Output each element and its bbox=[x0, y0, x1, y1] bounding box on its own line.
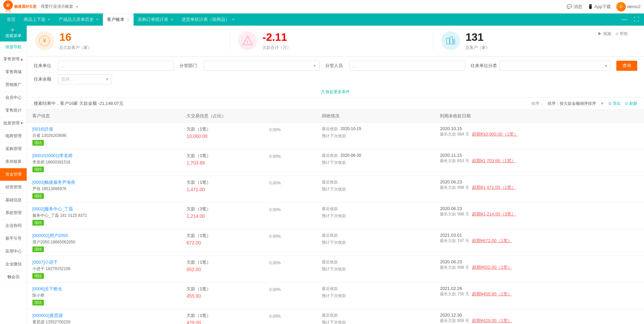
filter-row-2: 往来余额 选择... ▼ bbox=[34, 74, 637, 84]
recent-pay-label: 最近收款 bbox=[322, 260, 338, 264]
balance-placeholder: 选择... bbox=[61, 76, 74, 82]
collapse-row[interactable]: ⋀ 收起更多条件 bbox=[34, 88, 637, 97]
overdue-link[interactable]: 超期¥429.00（1笔） bbox=[472, 318, 512, 323]
owe-count: 欠款（1笔） bbox=[187, 126, 258, 132]
due-date-cell: 2021.02.26 最长欠款 750 天 超期¥455.90（1笔） bbox=[435, 283, 644, 309]
tab-product-in-history[interactable]: 产成品入库单历史 ✕ bbox=[55, 13, 103, 26]
customer-name[interactable]: [000001]黄思源 bbox=[32, 313, 176, 319]
overdue-link[interactable]: 超期¥455.90（1笔） bbox=[472, 291, 512, 296]
balance-select[interactable]: 选择... ▼ bbox=[58, 74, 112, 84]
manager-dots: ... bbox=[353, 63, 356, 68]
sidebar-item-marketing[interactable]: 营销推广 bbox=[0, 79, 27, 91]
tab-customer-account[interactable]: 客户账本 ✕ bbox=[103, 13, 134, 26]
unit-category-select[interactable]: ▼ bbox=[500, 61, 611, 71]
tab-more-btn[interactable]: — bbox=[620, 16, 629, 23]
tab-close-icon[interactable]: ✕ bbox=[48, 18, 51, 22]
sort-selector[interactable]: 排序：按欠款金额倒序排序 bbox=[548, 101, 596, 107]
recent-pay-date: 2020-06-30 bbox=[340, 153, 361, 158]
owe-percent-cell: 0.00% bbox=[264, 309, 316, 324]
sidebar-item-member[interactable]: 会员中心 bbox=[0, 91, 27, 104]
owe-info-cell: 欠款（1笔） 10,000.00 bbox=[181, 123, 264, 149]
col-due-date: 到期未收款日期 bbox=[435, 110, 644, 123]
customer-phone: 黄思源 13552700226 bbox=[32, 319, 176, 324]
svg-rect-7 bbox=[450, 37, 453, 44]
tab-home[interactable]: 首页 bbox=[3, 13, 20, 26]
message-icon: 💬 bbox=[567, 4, 572, 9]
overdue-days: 最长欠款 808 天 bbox=[440, 318, 469, 323]
overdue-link[interactable]: 超期¥652.00（1笔） bbox=[472, 265, 512, 270]
customer-name[interactable]: [0016]吕俊 bbox=[32, 126, 176, 132]
sidebar-item-ecommerce[interactable]: 电商管理 bbox=[0, 130, 27, 143]
refresh-btn[interactable]: ⊙ 刷新 bbox=[625, 101, 637, 107]
table-row: [0002]服务中心_丁磊 服务中心_丁磊 181 0125 8371 现结 欠… bbox=[27, 203, 644, 229]
dept-select[interactable]: ▼ bbox=[204, 61, 320, 71]
search-button[interactable]: 查询 bbox=[616, 61, 637, 71]
customer-name[interactable]: [0003]畅捷服务尹海燕 bbox=[32, 179, 176, 185]
tab-fullscreen-btn[interactable]: ⛶ bbox=[632, 16, 641, 23]
overdue-link[interactable]: 超期¥10,000.00（1笔） bbox=[472, 131, 518, 137]
overdue-link[interactable]: 超期¥672.00（1笔） bbox=[472, 238, 512, 243]
table-row: [0001020001]李老师 李老师 18600391516 现结 欠款（1笔… bbox=[27, 149, 644, 176]
customer-name[interactable]: [0001020001]李老师 bbox=[32, 153, 176, 159]
tab-close-icon[interactable]: ✕ bbox=[96, 18, 99, 22]
sidebar-item-retail-stats[interactable]: 零售统计 bbox=[0, 104, 27, 117]
help-icon: ⊙ bbox=[615, 31, 619, 36]
message-btn[interactable]: 💬 消息 bbox=[567, 4, 582, 10]
filter-dept: 分管部门 ▼ bbox=[179, 61, 320, 71]
recent-pay-label: 最近收款 bbox=[322, 313, 338, 318]
tab-close-icon[interactable]: ✕ bbox=[232, 18, 235, 22]
sidebar-item-inventory[interactable]: 库存核算 bbox=[0, 155, 27, 168]
recent-pay-label: 最近收款 bbox=[322, 233, 338, 238]
tab-close-icon[interactable]: ✕ bbox=[170, 18, 173, 22]
export-icon: ⊙ bbox=[608, 101, 612, 106]
sidebar-item-system[interactable]: 系统管理 bbox=[0, 207, 27, 219]
customer-name[interactable]: [0002]服务中心_丁磊 bbox=[32, 206, 176, 212]
sidebar-item-enterprise[interactable]: 企业协同 bbox=[0, 219, 27, 232]
video-btn[interactable]: ▶ 视频 bbox=[598, 31, 611, 37]
overdue-link[interactable]: 超期¥1,471.00（1笔） bbox=[472, 185, 516, 190]
manager-input[interactable]: ... bbox=[349, 61, 466, 71]
sidebar-item-purchase[interactable]: 采购管理 bbox=[0, 143, 27, 155]
user-menu[interactable]: D demo2 bbox=[616, 2, 641, 11]
export-btn[interactable]: ⊙ 导出 bbox=[608, 101, 621, 107]
app-download-btn[interactable]: 📱 App下载 bbox=[588, 4, 611, 10]
stat-owe-amount: ! -2.11 欠款合计（万） bbox=[230, 31, 433, 51]
sidebar-item-retail-store[interactable]: 零售商城 bbox=[0, 66, 27, 79]
customer-info-cell: [000002]用户2050 用户2050 18665062050 现结 bbox=[27, 229, 181, 256]
overdue-link[interactable]: 超期¥1,214.00（3笔） bbox=[472, 211, 516, 216]
filter-from-unit: 往来单位 ... bbox=[34, 61, 174, 71]
overdue-link[interactable]: 超期¥1,703.68（1笔） bbox=[472, 158, 516, 163]
tab-product-updown[interactable]: 商品上下架 ✕ bbox=[20, 13, 55, 26]
filter-area: 往来单位 ... 分管部门 ▼ 分管人员 ... bbox=[27, 57, 644, 98]
sidebar-item-wechat[interactable]: 企业微信 bbox=[0, 258, 27, 271]
customer-phone: 李老师 18600391516 bbox=[32, 159, 176, 165]
sidebar-search[interactable]: 🔍 搜索菜单 bbox=[0, 26, 27, 41]
customer-name[interactable]: [0006]去下粮仓 bbox=[32, 286, 176, 292]
filter-row-1: 往来单位 ... 分管部门 ▼ 分管人员 ... bbox=[34, 61, 637, 71]
customer-name[interactable]: [0007]小进干 bbox=[32, 259, 176, 265]
sidebar-item-apps[interactable]: 应用中心 bbox=[0, 245, 27, 258]
sidebar-item-basic-info[interactable]: 基础信息 bbox=[0, 194, 27, 207]
due-date: 2020.06.23 bbox=[440, 179, 639, 184]
from-unit-label: 往来单位 bbox=[34, 63, 55, 69]
sidebar-item-newbie[interactable]: 新手引导 bbox=[0, 232, 27, 245]
sidebar-item-retail-mgmt[interactable]: 零售管理▲ bbox=[0, 53, 27, 66]
due-date-cell: 2020.12.30 最长欠款 808 天 超期¥429.00（1笔） bbox=[435, 309, 644, 324]
tab-purchase-order[interactable]: 采购订单统计表 ✕ bbox=[134, 13, 177, 26]
due-date-cell: 2020.06.23 最长欠款 998 天 超期¥652.00（1笔） bbox=[435, 256, 644, 283]
owe-count: 欠款（1笔） bbox=[187, 153, 258, 159]
customer-badge: 现结 bbox=[32, 193, 44, 199]
customer-name[interactable]: [000002]用户2050 bbox=[32, 233, 176, 239]
tab-purchase-stats[interactable]: 进货单统计表（按商品） ✕ bbox=[177, 13, 239, 26]
overdue-days: 最长欠款 998 天 bbox=[440, 265, 469, 270]
from-unit-input[interactable]: ... bbox=[58, 61, 174, 71]
sidebar-nav[interactable]: 快捷导航 bbox=[0, 41, 27, 53]
store-selector[interactable]: 母婴行业演示账套 ▼ bbox=[36, 4, 83, 9]
sidebar-item-finance[interactable]: 资金管理 bbox=[0, 168, 27, 181]
tab-close-icon[interactable]: ✕ bbox=[127, 18, 130, 22]
next-pay: 预计下次收款 bbox=[322, 240, 429, 245]
sidebar-item-ops[interactable]: 经营管理 bbox=[0, 181, 27, 194]
sidebar-item-member2[interactable]: 畅会员 bbox=[0, 271, 27, 284]
help-btn[interactable]: ⊙ 帮助 bbox=[615, 31, 628, 37]
sidebar-item-wholesale[interactable]: 批发管理▼ bbox=[0, 117, 27, 130]
